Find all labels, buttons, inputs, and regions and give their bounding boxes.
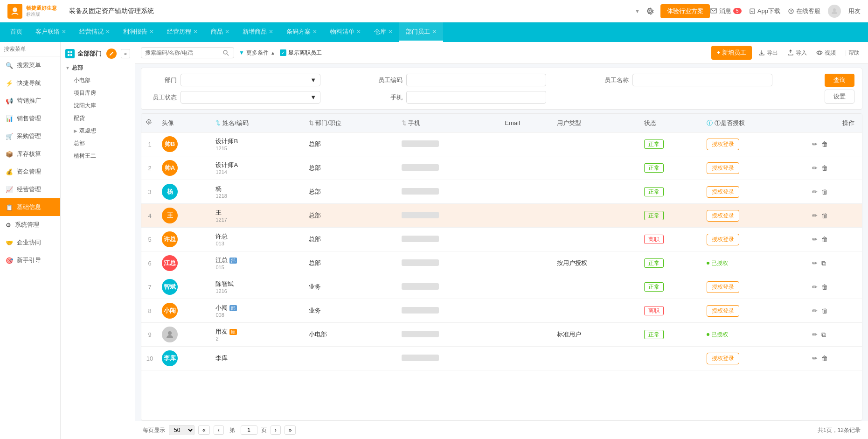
col-dept[interactable]: ⇅ 部门/职位 [305, 114, 398, 132]
sidebar-item-system[interactable]: ⚙ 系统管理 [0, 216, 60, 234]
page-number-input[interactable] [241, 425, 257, 435]
tab-history[interactable]: 经营历程 ✕ [160, 22, 204, 42]
sidebar-item-management[interactable]: 📈 经营管理 [0, 181, 60, 198]
auth-btn-5[interactable]: 授权登录 [707, 234, 739, 245]
tree-node-dual[interactable]: ▶ 双虚想 [61, 125, 135, 137]
edit-icon-8[interactable]: ✏ [812, 307, 818, 314]
edit-icon-6[interactable]: ✏ [812, 259, 818, 267]
tab-profit[interactable]: 利润报告 ✕ [117, 22, 160, 42]
tab-home[interactable]: 首页 [4, 22, 29, 42]
tab-operations[interactable]: 经营情况 ✕ [73, 22, 117, 42]
emp-code-input[interactable] [406, 74, 546, 86]
user-avatar[interactable] [828, 5, 841, 18]
auth-3[interactable]: 授权登录 [703, 180, 808, 204]
delete-icon-7[interactable]: 🗑 [821, 283, 828, 291]
tree-edit-btn[interactable] [106, 49, 117, 59]
close-employees-tab[interactable]: ✕ [432, 28, 437, 35]
phone-input[interactable] [406, 91, 546, 104]
tab-barcode[interactable]: 条码方案 ✕ [280, 22, 324, 42]
delete-icon-4[interactable]: 🗑 [821, 212, 828, 219]
tree-node-project-room[interactable]: 项目库房 [61, 87, 135, 99]
help-button[interactable]: | 帮助 [842, 47, 862, 59]
auth-btn-7[interactable]: 授权登录 [707, 281, 739, 293]
auth-btn-3[interactable]: 授权登录 [707, 186, 739, 198]
delete-icon-2[interactable]: 🗑 [821, 164, 828, 172]
delete-icon-10[interactable]: 🗑 [821, 355, 828, 362]
auth-btn-1[interactable]: 授权登录 [707, 139, 739, 150]
auth-4[interactable]: 授权登录 [703, 204, 808, 228]
sidebar-item-purchase[interactable]: 🛒 采购管理 [0, 127, 60, 145]
auth-2[interactable]: 授权登录 [703, 156, 808, 180]
tree-node-small-elec[interactable]: 小电部 [61, 74, 135, 87]
sidebar-item-inventory[interactable]: 📦 库存核算 [0, 145, 60, 163]
col-settings[interactable] [141, 114, 158, 132]
first-page-button[interactable]: « [198, 425, 210, 435]
import-button[interactable]: 导入 [785, 47, 810, 59]
delete-icon-8[interactable]: 🗑 [821, 307, 828, 314]
close-bom-tab[interactable]: ✕ [356, 28, 361, 35]
auth-1[interactable]: 授权登录 [703, 132, 808, 156]
copy-icon-9[interactable]: ⧉ [821, 331, 826, 339]
col-phone[interactable]: ⇅ 手机 [398, 114, 501, 132]
edit-icon-5[interactable]: ✏ [812, 236, 818, 243]
col-name[interactable]: ⇅ 姓名/编码 [212, 114, 305, 132]
tree-node-general[interactable]: ▼ 总部 [61, 62, 135, 74]
emp-status-select[interactable]: ▼ [181, 91, 320, 104]
edit-icon-9[interactable]: ✏ [812, 331, 818, 339]
edit-icon-7[interactable]: ✏ [812, 283, 818, 291]
sidebar-item-marketing[interactable]: 📢 营销推广 [0, 92, 60, 110]
close-add-goods-tab[interactable]: ✕ [269, 28, 273, 35]
page-size-select[interactable]: 50 100 [169, 425, 194, 435]
trial-button[interactable]: 体验行业方案 [660, 4, 710, 18]
close-goods-tab[interactable]: ✕ [225, 28, 229, 35]
prev-page-button[interactable]: ‹ [214, 425, 224, 435]
auth-btn-8[interactable]: 授权登录 [707, 305, 739, 317]
more-filters-button[interactable]: ▼ 更多条件 ▲ [239, 49, 275, 57]
add-employee-button[interactable]: + 新增员工 [711, 46, 752, 60]
sidebar-item-basic-info[interactable]: 📋 基础信息 [0, 198, 60, 216]
close-operations-tab[interactable]: ✕ [105, 28, 110, 35]
close-customer-tab[interactable]: ✕ [62, 28, 66, 35]
tab-bom[interactable]: 物料清单 ✕ [324, 22, 368, 42]
sidebar-search-input[interactable] [4, 46, 61, 52]
export-button[interactable]: 导出 [756, 47, 781, 59]
emp-name-input[interactable] [632, 74, 772, 86]
edit-icon-4[interactable]: ✏ [812, 212, 818, 219]
close-history-tab[interactable]: ✕ [193, 28, 198, 35]
delete-icon-5[interactable]: 🗑 [821, 236, 828, 243]
online-support-button[interactable]: 在线客服 [788, 7, 820, 15]
sidebar-item-collaboration[interactable]: 🤝 企业协同 [0, 234, 60, 251]
sidebar-item-finance[interactable]: 💰 资金管理 [0, 163, 60, 181]
next-page-button[interactable]: › [271, 425, 281, 435]
tab-add-goods[interactable]: 新增商品 ✕ [236, 22, 280, 42]
tree-node-dispatch[interactable]: 配货 [61, 112, 135, 125]
system-dropdown-arrow[interactable]: ▼ [635, 8, 640, 14]
set-button[interactable]: 设置 [825, 90, 854, 104]
last-page-button[interactable]: » [285, 425, 296, 435]
close-profit-tab[interactable]: ✕ [149, 28, 154, 35]
tree-node-hq[interactable]: 总部 [61, 137, 135, 150]
message-button[interactable]: 消息 5 [710, 7, 742, 15]
auth-7[interactable]: 授权登录 [703, 275, 808, 299]
tree-collapse-button[interactable]: « [121, 49, 130, 58]
edit-icon-3[interactable]: ✏ [812, 188, 818, 195]
sidebar-item-sales[interactable]: 📊 销售管理 [0, 110, 60, 127]
search-input[interactable] [145, 49, 220, 56]
tab-warehouse[interactable]: 仓库 ✕ [368, 22, 399, 42]
tree-node-planttree[interactable]: 植树王二 [61, 150, 135, 162]
auth-8[interactable]: 授权登录 [703, 299, 808, 323]
edit-icon-10[interactable]: ✏ [812, 355, 818, 362]
auth-5[interactable]: 授权登录 [703, 228, 808, 251]
auth-btn-10[interactable]: 授权登录 [707, 353, 739, 364]
edit-icon-1[interactable]: ✏ [812, 140, 818, 148]
query-button[interactable]: 查询 [825, 74, 854, 87]
copy-icon-6[interactable]: ⧉ [821, 259, 826, 267]
show-resigned-toggle[interactable]: ✓ 显示离职员工 [280, 49, 322, 57]
delete-icon-3[interactable]: 🗑 [821, 188, 828, 195]
auth-btn-2[interactable]: 授权登录 [707, 162, 739, 174]
tab-customer[interactable]: 客户联络 ✕ [29, 22, 73, 42]
sidebar-item-quick-nav[interactable]: ⚡ 快捷导航 [0, 74, 60, 92]
dept-select[interactable]: ▼ [181, 74, 320, 86]
tab-employees[interactable]: 部门员工 ✕ [399, 22, 443, 42]
sidebar-item-search[interactable]: 🔍 搜索菜单 [0, 56, 60, 74]
